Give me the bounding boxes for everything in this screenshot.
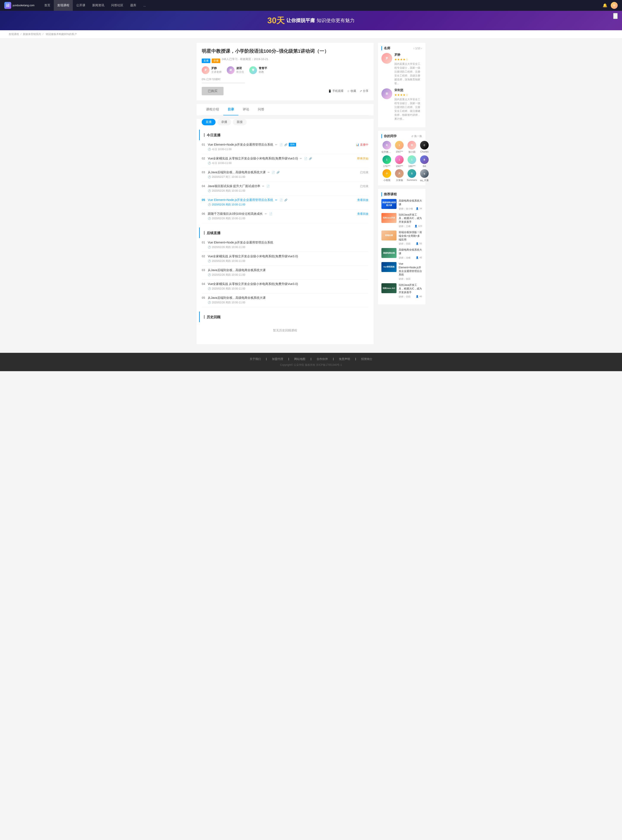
classmate-4[interactable]: 1 1767**	[381, 155, 392, 168]
tab-intro[interactable]: 课程介绍	[202, 104, 223, 115]
teacher-info-0: 罗静 主讲老师	[211, 66, 222, 74]
future-title-text-4[interactable]: 从Java后端到全栈，高级电商全栈系统大课	[208, 296, 266, 300]
classmate-9[interactable]: 大 大笨狼	[394, 169, 405, 182]
classmates-grid: 化 化学教书... 1 1567** 张 张小田 C Charles 1	[381, 141, 422, 182]
future-title-text-3[interactable]: Vue全家桶实战 从零独立开发企业级小米电商系统(免费升级Vue3.0)	[208, 282, 298, 286]
rec-item-2[interactable]: 前端全栈 前端全栈加强版！前端全线+全周期+多端应用 讲师：岱田 👤 56	[381, 231, 422, 246]
teachers-next[interactable]: ›	[421, 47, 422, 50]
share-button[interactable]: ↗ 分享	[360, 89, 369, 93]
item-title-text-2[interactable]: 从Java后端到全栈，高级电商全栈系统大课	[208, 171, 266, 174]
nav-news[interactable]: 新闻资讯	[89, 0, 108, 11]
tab-qa[interactable]: 问答	[253, 104, 269, 115]
future-title-text-0[interactable]: Vue Element+Node.js开发企业通用管理后台系统	[208, 241, 273, 244]
item-title-text-0[interactable]: Vue Element+Node.js开发企业通用管理后台系统	[208, 143, 273, 147]
nav-qa[interactable]: 问答社区	[108, 0, 127, 11]
footer-link-sitemap[interactable]: 网站地图	[294, 357, 305, 361]
footer-link-recruit[interactable]: 招资纳士	[361, 357, 372, 361]
sub-tab-live[interactable]: 直播	[202, 119, 215, 125]
classmate-0[interactable]: 化 化学教书...	[381, 141, 392, 154]
item-title-text-3[interactable]: Java项目面试实操 提升大厂面试成功率	[208, 184, 260, 188]
banner-close-button[interactable]: ✕	[613, 13, 618, 19]
rec-item-4[interactable]: Vue管理系统 Vue Element+Node.js开发企业通用管理后台系统 …	[381, 262, 422, 281]
share-icon-4[interactable]: 🔗	[284, 199, 287, 202]
nav-more[interactable]: ...	[140, 0, 149, 11]
sub-tab-interview[interactable]: 面接	[233, 119, 247, 125]
collect-button[interactable]: ☆ 收藏	[347, 89, 356, 93]
tab-review[interactable]: 评论	[238, 104, 253, 115]
edit-icon-3[interactable]: ✏	[262, 185, 265, 188]
file-icon-5[interactable]: 📄	[269, 212, 272, 215]
file-icon-1[interactable]: 📄	[304, 157, 307, 160]
breadcrumb-link-series[interactable]: 新媒体营销系列	[23, 33, 41, 36]
future-title-2: 从Java后端到全栈，高级电商全栈系统大课	[208, 268, 369, 272]
nav-problems[interactable]: 题库	[127, 0, 140, 11]
classmate-11[interactable]: q qq_天蓬	[419, 169, 430, 182]
future-live-label: 后续直播	[207, 231, 221, 235]
file-icon-4[interactable]: 📄	[279, 199, 283, 202]
classmate-7[interactable]: B Bill	[419, 155, 430, 168]
classmate-6[interactable]: 1 1867**	[407, 155, 417, 168]
refresh-classmates-button[interactable]: ↺ 换一换	[411, 134, 422, 138]
future-title-text-2[interactable]: 从Java后端到全栈，高级电商全栈系统大课	[208, 268, 266, 272]
footer-link-agent[interactable]: 加盟代理	[272, 357, 283, 361]
file-icon-3[interactable]: 📄	[266, 185, 270, 188]
rec-item-1[interactable]: 玩转Java开发 玩转Java开发工具，精通JUC，成为开发多面手 讲师：王峰 …	[381, 213, 422, 228]
tab-catalog[interactable]: 目录	[223, 104, 238, 115]
classmate-1[interactable]: 1 1567**	[394, 141, 405, 154]
file-icon-0[interactable]: 📄	[279, 143, 283, 147]
edit-icon-5[interactable]: ✏	[264, 212, 268, 215]
classmates-header: 你的同学 ↺ 换一换	[381, 134, 422, 138]
sidebar-teacher-avatar-1[interactable]: 宋	[381, 89, 392, 99]
progress-text: 0% 已学习0课时	[202, 78, 369, 81]
item-title-text-5[interactable]: 跟随千万级项目从0到100全过程高效成长	[208, 212, 263, 216]
future-body-3: Vue全家桶实战 从零独立开发企业级小米电商系统(免费升级Vue3.0) 🕐 2…	[208, 282, 369, 290]
item-status-0[interactable]: 📊 直播中	[356, 143, 369, 147]
rec-info-5: 讲师：岱田 👤 46	[399, 295, 422, 298]
classmate-3[interactable]: C Charles	[419, 141, 430, 154]
footer-link-partner[interactable]: 合作伙伴	[317, 357, 328, 361]
rec-teacher-1: 讲师：王峰	[399, 225, 410, 228]
notification-bell[interactable]: 🔔	[602, 3, 607, 8]
sub-tab-record[interactable]: 录播	[217, 119, 231, 125]
watch-mobile-button[interactable]: 📱 手机观看	[328, 89, 344, 93]
rec-item-5[interactable]: 玩转Java JUC 玩转Java开发工具，精通JUC，成为开发多面手 讲师：岱…	[381, 283, 422, 298]
edit-icon-0[interactable]: ✏	[274, 143, 278, 147]
user-avatar[interactable]: U	[611, 2, 618, 9]
nav-open[interactable]: 公开课	[73, 0, 89, 11]
edit-icon-1[interactable]: ✏	[299, 157, 303, 160]
rec-item-0[interactable]: 高级电商全线系统大课 高级电商全线系统大课 讲师：张小锋 👤 34	[381, 199, 422, 211]
clock-icon-1: 🕐	[208, 162, 211, 165]
footer-link-disclaimer[interactable]: 免责声明	[339, 357, 350, 361]
item-title-text-1[interactable]: Vue全家桶实战 从零独立开发企业级小米电商系统(免费升级Vue3.0)	[208, 157, 298, 160]
nav-home[interactable]: 首页	[41, 0, 54, 11]
item-status-5[interactable]: 查看回放	[357, 212, 369, 216]
share-icon-1[interactable]: 🔗	[309, 157, 312, 160]
item-title-text-4[interactable]: Vue Element+Node.js开发企业通用管理后台系统	[208, 198, 273, 202]
footer-link-about[interactable]: 关于我们	[250, 357, 261, 361]
classmate-5[interactable]: 1 1567**	[394, 155, 405, 168]
item-body-4: Vue Element+Node.js开发企业通用管理后台系统 ✏ 📄 🔗 🕐 …	[208, 198, 357, 206]
buy-button[interactable]: 已购买	[202, 87, 224, 95]
logo[interactable]: 云朵课堂 yunduoketang.com	[4, 2, 34, 9]
future-clock-4: 🕐	[208, 301, 211, 304]
classmate-10[interactable]: S Summers	[407, 169, 417, 182]
item-body-3: Java项目面试实操 提升大厂面试成功率 ✏ 📄 🕐 2020/02/26 周四…	[208, 184, 360, 193]
rec-thumb-text-1: 玩转Java开发	[381, 213, 396, 223]
teachers-prev[interactable]: ‹	[413, 47, 415, 50]
classmate-8[interactable]: 小 小熊熊	[381, 169, 392, 182]
share-icon-2[interactable]: 🔗	[276, 171, 280, 174]
classmate-2[interactable]: 张 张小田	[407, 141, 417, 154]
share-icon-0[interactable]: 🔗	[284, 143, 287, 147]
future-title-text-1[interactable]: Vue全家桶实战 从零独立开发企业级小米电商系统(免费升级Vue3.0)	[208, 255, 298, 258]
rec-thumb-text-5: 玩转Java JUC	[381, 283, 396, 293]
sidebar-teacher-avatar-0[interactable]: 罗	[381, 53, 392, 64]
item-time-text-3: 2020/02/26 周四 10:00-11:00	[212, 189, 245, 193]
edit-icon-4[interactable]: ✏	[274, 199, 278, 202]
file-icon-2[interactable]: 📄	[272, 171, 275, 174]
item-status-4[interactable]: 查看回放	[357, 198, 369, 202]
future-num-3: 04	[202, 282, 208, 286]
rec-item-3[interactable]: 高级电商全线 高级电商全线系统大课 讲师：冷峰 👤 46	[381, 248, 422, 260]
nav-discover[interactable]: 发现课程	[54, 0, 73, 11]
breadcrumb-link-discover[interactable]: 发现课程	[9, 33, 19, 36]
edit-icon-2[interactable]: ✏	[267, 171, 270, 174]
